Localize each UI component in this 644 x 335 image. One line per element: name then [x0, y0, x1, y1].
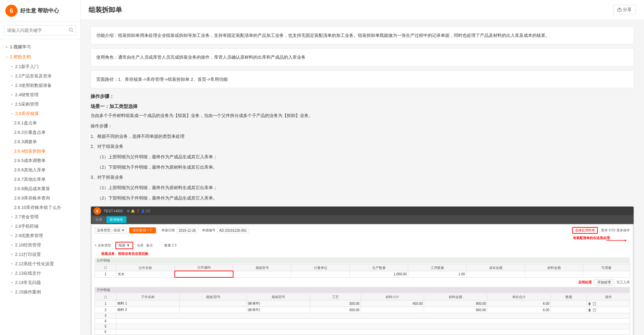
step2a: （1）上部明细为父件明细，最终作为产成品生成其它入库单； [91, 153, 634, 161]
search-input[interactable] [4, 26, 66, 35]
logo-text: 好生意 帮助中心 [20, 7, 59, 14]
sub-plus-icon: + [11, 215, 13, 219]
step2: 2、对于组装业务 [91, 143, 634, 151]
sc-topbar-icons: ⚙ 🔔 ❓ 👤 CC [127, 209, 151, 213]
sidebar-item-purchase[interactable]: + 2.5采购管理 [0, 100, 80, 109]
sidebar-item-partial[interactable]: 2.6.2分量盘点单 [0, 128, 80, 137]
sidebar-item-payment[interactable]: + 2.13在线支付 [0, 269, 80, 278]
sidebar-item-stockcheck[interactable]: 2.6.1盘点单 [0, 118, 80, 128]
sidebar-item-docs[interactable]: − 2.帮助文档 [0, 52, 80, 62]
step3b: （2）下部明细为子件明细，最终作为产成品生成其它入库单。 [91, 194, 634, 203]
step1: 1、根据不同的业务，选择不同单据的类型来处理 [91, 132, 634, 141]
sidebar-item-install[interactable]: + 2.2产品安装及登录 [0, 71, 80, 81]
scene1-title: 场景一：加工类型选择 [91, 104, 634, 110]
sidebar-item-money[interactable]: + 2.7资金管理 [0, 212, 80, 222]
sc-annotation1-arrow [606, 238, 627, 242]
search-box [4, 25, 76, 36]
sidebar-item-operate[interactable]: + 2.10经营管理 [0, 240, 80, 250]
intro-block: 功能介绍：组装拆卸单用来处理企业组装或拆卸等加工业务，支持有固定装配清单的产品加… [91, 26, 634, 44]
svg-line-1 [72, 31, 73, 32]
sub-plus-icon: + [11, 74, 13, 78]
sidebar-item-sales[interactable]: + 2.4销售管理 [0, 90, 80, 100]
sidebar: 6 好生意 帮助中心 + 1.视频学习 − 2.帮助文档 + [0, 0, 80, 335]
sc-upper-table: ☐ 父件名称 父件编码 规格型号 计量单位 生产数量 工序数量 成本金额 材料金… [95, 264, 630, 278]
sc-enable-btn: 开始处理 [594, 279, 614, 286]
sc-form-extra: 仓库 备注 [136, 243, 155, 248]
sub-plus-icon: + [11, 280, 13, 285]
logo-area: 6 好生意 帮助中心 [0, 0, 80, 22]
search-area [0, 22, 80, 39]
sc-confirm-btn: 完工入库 [616, 280, 630, 285]
page-title: 组装拆卸单 [89, 5, 122, 14]
sc-annotation2-row: 组装业务、拆卸业务在这里切换 [95, 250, 630, 256]
sidebar-item-video[interactable]: + 1.视频学习 [0, 42, 80, 52]
sc-bill-label: 单据编号 [202, 228, 215, 233]
sidebar-item-data[interactable]: + 2.3使用前数据准备 [0, 81, 80, 90]
sub-plus-icon: + [11, 290, 13, 294]
logo-icon: 6 [5, 5, 17, 17]
sidebar-item-faq[interactable]: + 2.14常见问题 [0, 278, 80, 287]
sidebar-item-custom[interactable]: + 2.12系统个性化设置 [0, 259, 80, 269]
sc-form-row1: + 业务类型 组装 ▼ 仓库 备注 数量 2.5 [95, 242, 630, 249]
sc-tab-home: 自售 [92, 216, 106, 223]
sidebar-item-newbie[interactable]: + 2.1新手入门 [0, 62, 80, 71]
nav-tree: + 1.视频学习 − 2.帮助文档 + 2.1新手入门 + 2.2产品安装及登录… [0, 39, 80, 335]
sidebar-item-adjust[interactable]: 2.6.3调拨单 [0, 137, 80, 147]
sc-type-selector: 组装 ▼ [115, 242, 133, 249]
steps-label: 操作步骤： [91, 122, 634, 130]
page-header: 组装拆卸单 分享 [80, 0, 644, 20]
sidebar-item-print[interactable]: + 2.11打印设置 [0, 250, 80, 259]
sc-date-label: 单据日期 [161, 228, 175, 233]
sc-toolbar-row: 业务类型：组装 ▼ 保存新增一下 单据日期 2019-12-26 单据编号 AD… [95, 227, 630, 234]
sc-annotation1: 有装配清单的在这里处理 [573, 236, 610, 240]
scene1-desc: 当由多个子件材料组装成一个成品的业务为【组装】业务，当由一个父件拆分成多个子产品… [91, 112, 634, 120]
sc-annotation1-row: 有装配清单的在这里处理 [95, 236, 630, 241]
sc-topbar: 6 TEST-H002 ⚙ 🔔 ❓ 👤 CC [91, 207, 634, 215]
share-icon [618, 8, 622, 12]
sc-form-type: + 业务类型 [95, 243, 113, 248]
minus-icon: − [5, 55, 8, 60]
sc-logo: 6 [94, 207, 101, 215]
sub-plus-icon: + [11, 271, 13, 276]
role-block: 使用角色：通常由生产人员或库管人员完成拆装业务的操作，库管人员确认原材料的出库和… [91, 48, 634, 66]
sidebar-item-mistake[interactable]: 2.6.10库存账本错了么办 [0, 203, 80, 212]
minus-icon: − [11, 111, 13, 116]
sub-plus-icon: + [11, 64, 13, 69]
sc-qty: 数量 2.5 [164, 243, 177, 248]
sidebar-item-cost[interactable]: 2.6.5成本调整单 [0, 156, 80, 165]
screenshot-container: 6 TEST-H002 ⚙ 🔔 ❓ 👤 CC 自售 新增修改 业务类型：组装 ▼ [91, 206, 634, 335]
share-button[interactable]: 分享 [613, 5, 636, 15]
sc-annotation3: 启用处理 [578, 280, 592, 285]
sc-tab-edit: 新增修改 [106, 216, 126, 223]
sc-lower-section: 子件明细 [95, 287, 630, 293]
sub-plus-icon: + [11, 262, 13, 266]
sc-main-content: 业务类型：组装 ▼ 保存新增一下 单据日期 2019-12-26 单据编号 AD… [92, 225, 633, 335]
content-area: 功能介绍：组装拆卸单用来处理企业组装或拆卸等加工业务，支持有固定装配清单的产品加… [80, 20, 644, 335]
sub-plus-icon: + [11, 224, 13, 229]
search-button[interactable] [66, 25, 76, 35]
sidebar-item-otheroutbound[interactable]: 2.6.7其他出库单 [0, 175, 80, 184]
main-area: 组装拆卸单 分享 功能介绍：组装拆卸单用来处理企业组装或拆卸等加工业务，支持有固… [80, 0, 644, 335]
step3: 3、对于拆装业务 [91, 173, 634, 182]
svg-point-0 [69, 28, 72, 31]
step2b: （2）下部明细为子件明细，最终作为原材料生成其它出库单。 [91, 163, 634, 172]
sc-app-id: TEST-H002 [104, 209, 123, 213]
sub-plus-icon: + [11, 83, 13, 88]
sc-date-val: 2019-12-26 [177, 228, 198, 233]
sc-bill-val: AD-20191226-001 [217, 228, 249, 233]
sub-plus-icon: + [11, 243, 13, 247]
sc-tabbar: 自售 新增修改 [91, 215, 634, 224]
sidebar-item-stockledger[interactable]: 2.6.9库存账本查询 [0, 193, 80, 203]
sidebar-item-assemble[interactable]: 2.6.4组装拆卸单 [0, 147, 80, 156]
search-icon [69, 27, 73, 32]
sidebar-item-case[interactable]: + 2.15操作案例 [0, 287, 80, 297]
plus-icon: + [5, 45, 8, 50]
sub-plus-icon: + [11, 233, 13, 238]
steps-section-title: 操作步骤： [91, 94, 634, 100]
sidebar-item-otherinbound[interactable]: 2.6.6其他入库单 [0, 165, 80, 175]
sc-process-btn: 选择处理料单 [572, 227, 598, 234]
sidebar-item-costrecalc[interactable]: 2.6.8商品成本重算 [0, 184, 80, 193]
sidebar-item-inventory[interactable]: − 2.6库存核算 [0, 109, 80, 118]
sidebar-item-mobile[interactable]: + 2.8手机旺铺 [0, 222, 80, 231]
sidebar-item-coupon[interactable]: + 2.9优惠券管理 [0, 231, 80, 240]
